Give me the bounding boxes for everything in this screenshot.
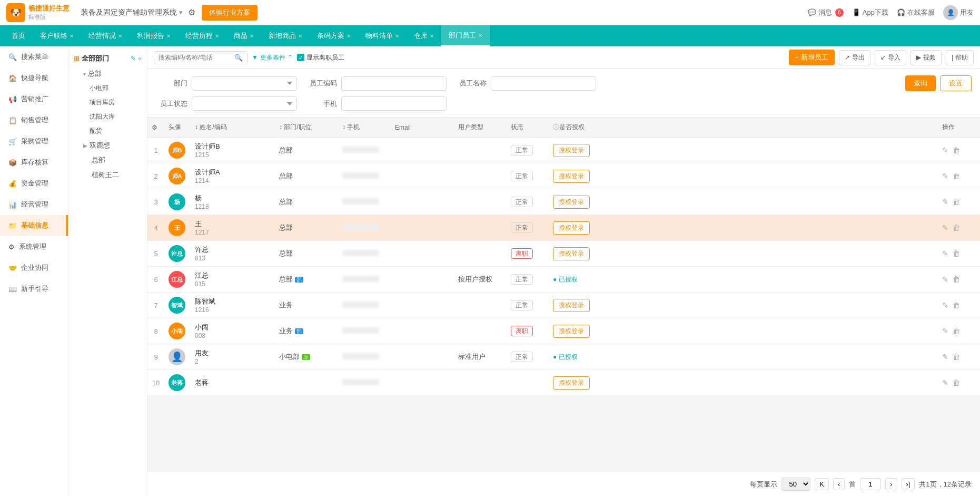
app-download-button[interactable]: 📱 App下载 [852,8,888,17]
trial-button[interactable]: 体验行业方案 [202,5,258,21]
message-button[interactable]: 💬 消息 6 [808,8,844,17]
row-email [391,293,454,318]
help-button[interactable]: | 帮助 [946,50,974,65]
sidebar-item-marketing[interactable]: 📢 营销推广 [0,89,68,110]
th-settings[interactable]: ⚙ [147,118,164,138]
video-button[interactable]: ▶ 视频 [910,50,942,65]
sidebar-item-sales[interactable]: 📋 销售管理 [0,110,68,131]
row-auth: 授权登录 [549,138,612,163]
dept-edit-icon[interactable]: ✎ [131,55,136,62]
show-resign-toggle[interactable]: ✓ 显示离职员工 [297,53,344,62]
import-button[interactable]: ↙ 导入 [875,50,906,65]
dept-all-button[interactable]: ⊞ 全部部门 ✎ « [68,51,147,66]
edit-icon[interactable]: ✎ [942,378,948,387]
dept-item-peihuo[interactable]: 配货 [73,124,147,138]
prev-page-button[interactable]: ‹ [833,478,845,490]
last-page-button[interactable]: ›| [902,478,915,490]
sidebar-item-finance[interactable]: 💰 资金管理 [0,173,68,194]
user-menu[interactable]: 👤 用友 [943,5,974,20]
delete-icon[interactable]: 🗑 [953,301,960,309]
empstatus-select[interactable] [192,96,297,111]
dept-item-zongbu[interactable]: 总部 [73,153,147,168]
search-icon-btn[interactable]: 🔍 [234,54,243,62]
auth-button[interactable]: 授权登录 [553,196,590,209]
tab-journey[interactable]: 经营历程 ✕ [178,25,226,46]
phone-input[interactable] [341,96,447,111]
online-service-button[interactable]: 🎧 在线客服 [897,8,935,17]
th-phone[interactable]: ↕ 手机 [338,118,391,138]
tab-warehouse[interactable]: 仓库 ✕ [407,25,441,46]
tab-operations[interactable]: 经营情况 ✕ [81,25,130,46]
filter-phone: 手机 [305,96,447,111]
edit-icon[interactable]: ✎ [942,146,948,154]
edit-icon[interactable]: ✎ [942,353,948,361]
tab-goods[interactable]: 商品 ✕ [226,25,261,46]
next-page-button[interactable]: › [885,478,897,490]
edit-icon[interactable]: ✎ [942,198,948,206]
empname-label: 员工名称 [455,79,487,88]
delete-icon[interactable]: 🗑 [953,327,960,335]
delete-icon[interactable]: 🗑 [953,146,960,154]
tab-bom[interactable]: 物料清单 ✕ [358,25,407,46]
add-employee-button[interactable]: + 新增员工 [789,50,835,65]
dept-select[interactable] [192,76,297,91]
dept-item-shuanglu[interactable]: ▶ 双鹿想 [73,138,147,153]
empcode-input[interactable] [341,76,447,91]
tab-profit[interactable]: 利润报告 ✕ [130,25,178,46]
tab-customer[interactable]: 客户联络 ✕ [33,25,81,46]
tab-home[interactable]: 首页 [4,25,33,46]
export-button[interactable]: ↗ 导出 [839,50,870,65]
th-name-code[interactable]: ↕ 姓名/编码 [191,118,275,138]
auth-button[interactable]: 授权登录 [553,299,590,312]
per-page-select[interactable]: 50 20 100 [781,478,810,491]
delete-icon[interactable]: 🗑 [953,249,960,258]
query-button[interactable]: 查询 [905,75,936,91]
th-dept-pos[interactable]: ↕ 部门/职位 [275,118,338,138]
page-number-input[interactable] [860,478,881,490]
row-auth: 授权登录 [549,163,612,189]
delete-icon[interactable]: 🗑 [953,353,960,361]
delete-icon[interactable]: 🗑 [953,172,960,180]
more-filter-button[interactable]: ▼ 更多条件 ⌃ [252,53,293,62]
dept-item-projroom[interactable]: 项目库房 [73,95,147,110]
edit-icon[interactable]: ✎ [942,172,948,180]
system-dropdown-icon[interactable]: ▾ [179,8,183,16]
auth-button[interactable]: 授权登录 [553,144,590,157]
dept-item-shenyang[interactable]: 沈阳大库 [73,110,147,124]
tab-dept-employee[interactable]: 部门员工 ✕ [441,25,490,46]
sidebar-item-operations[interactable]: 📊 经营管理 [0,194,68,215]
delete-icon[interactable]: 🗑 [953,378,960,387]
sidebar-item-quicknav[interactable]: 🏠 快捷导航 [0,67,68,89]
first-page-button[interactable]: K [815,478,829,490]
auth-button[interactable]: 授权登录 [553,376,590,390]
edit-icon[interactable]: ✎ [942,275,948,284]
delete-icon[interactable]: 🗑 [953,223,960,232]
auth-button[interactable]: 授权登录 [553,170,590,183]
dept-item-xiaodian[interactable]: 小电部 [73,81,147,95]
edit-icon[interactable]: ✎ [942,327,948,335]
sidebar-item-inventory[interactable]: 📦 库存核算 [0,152,68,173]
sidebar-item-search[interactable]: 🔍 搜索菜单 [0,46,68,67]
set-button[interactable]: 设置 [940,75,972,91]
edit-icon[interactable]: ✎ [942,223,948,232]
edit-icon[interactable]: ✎ [942,249,948,258]
search-input[interactable] [159,54,232,61]
sidebar-item-purchase[interactable]: 🛒 采购管理 [0,131,68,152]
delete-icon[interactable]: 🗑 [953,198,960,206]
dept-item-zhishuwang[interactable]: 植树王二 [73,168,147,182]
delete-icon[interactable]: 🗑 [953,275,960,284]
auth-button[interactable]: 授权登录 [553,247,590,260]
auth-button[interactable]: 授权登录 [553,221,590,235]
tab-barcode[interactable]: 条码方案 ✕ [310,25,358,46]
auth-button[interactable]: 授权登录 [553,325,590,338]
edit-icon[interactable]: ✎ [942,301,948,309]
sidebar-item-basic[interactable]: 📁 基础信息 [0,215,68,236]
settings-icon[interactable]: ⚙ [188,7,195,17]
sidebar-item-system[interactable]: ⚙ 系统管理 [0,236,68,257]
tab-add-goods[interactable]: 新增商品 ✕ [261,25,310,46]
sidebar-item-enterprise[interactable]: 🤝 企业协同 [0,257,68,278]
dept-item-headquarters[interactable]: ▾ 总部 [73,66,147,81]
sidebar-item-guide[interactable]: 📖 新手引导 [0,278,68,299]
dept-collapse-icon[interactable]: « [138,55,142,62]
empname-input[interactable] [491,76,596,91]
